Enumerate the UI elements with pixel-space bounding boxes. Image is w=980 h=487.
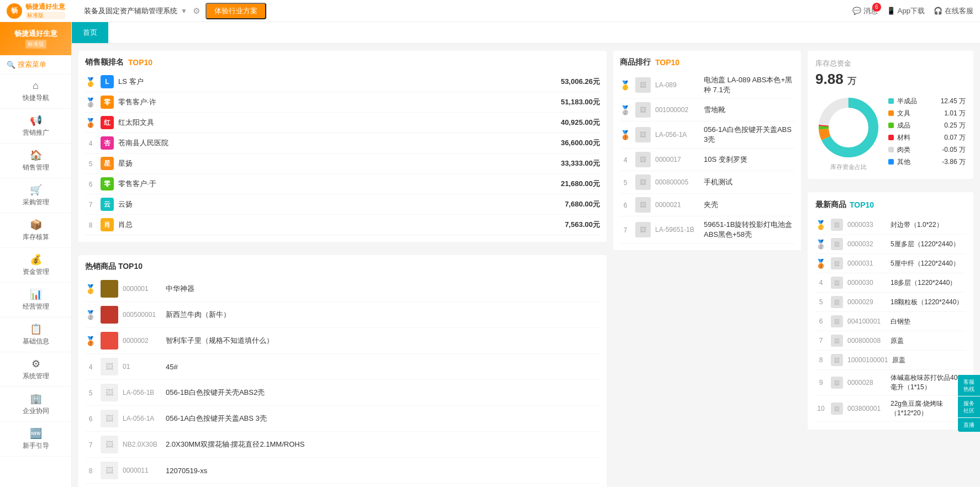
product-code: NB2.0X30B (123, 441, 161, 448)
product-name: 056-1A白色按键开关盖ABS 3壳 (704, 125, 794, 145)
product-rank-medal: 7 (85, 441, 96, 449)
product-rank-row: 🥈 🖼 001000002 雪地靴 (620, 99, 794, 121)
live-button[interactable]: 直播 (958, 418, 980, 432)
rank-amount: 53,006.26元 (561, 77, 600, 87)
sidebar-item-label: 营销推广 (23, 128, 49, 137)
legend-name-stationery: 文具 (897, 109, 941, 118)
sidebar-item-label: 新手引导 (23, 441, 49, 451)
inventory-unit: 万 (847, 76, 856, 86)
new-rank-num: 🥇 (815, 220, 826, 230)
newest-product-row: 5 🖼 0000029 18颗粒板（1220*2440） (815, 293, 966, 312)
sidebar-item-guide[interactable]: 🆕 新手引导 (0, 422, 71, 457)
new-product-thumb: 🖼 (831, 377, 843, 389)
hot-product-row: 🥈 000500001 新西兰牛肉（新牛） (85, 302, 600, 328)
sidebar-item-sales[interactable]: 🏠 销售管理 (0, 144, 71, 178)
new-product-name: 18颗粒板（1220*2440） (891, 298, 966, 307)
product-thumb-small: 🖼 (635, 222, 651, 237)
product-rank-row: 4 🖼 0000017 10S 变刹罗煲 (620, 149, 794, 171)
sidebar-item-purchase[interactable]: 🛒 采购管理 (0, 178, 71, 213)
nav-tabs: 首页 (72, 22, 980, 44)
newest-product-row: 8 🖼 10000100001 原盖 (815, 351, 966, 370)
search-menu[interactable]: 🔍 搜索菜单 (0, 55, 71, 75)
rank-amount: 21,680.00元 (561, 179, 600, 189)
legend-name-other: 其他 (897, 157, 939, 167)
trial-button[interactable]: 体验行业方案 (206, 3, 266, 19)
logo-area: 畅 畅捷通好生意 标准版 (7, 2, 78, 19)
legend-item: 材料 0.07 万 (888, 133, 966, 142)
main-content: 销售额排名 TOP10 🥇 L LS 客户 53,006.26元 🥈 零 零售客… (72, 44, 980, 487)
new-product-name: 原盖 (891, 336, 966, 346)
product-code: 0000001 (123, 285, 161, 293)
hot-product-row: 9 🖼 KK-SD22110H 花语萌恒温分腿睡袋（厚款） (85, 484, 600, 487)
sidebar-item-inventory[interactable]: 📦 库存核算 (0, 213, 71, 248)
sidebar-item-finance[interactable]: 💰 资金管理 (0, 248, 71, 283)
newest-product-row: 10 🖼 003800001 22g鱼豆腐·烧烤味（1*12*20） (815, 396, 966, 422)
product-name: 59651-1B旋转投影灯电池盒ABS黑色+58壳 (704, 220, 794, 240)
legend-item: 其他 -3.86 万 (888, 157, 966, 167)
chevron-down-icon[interactable]: ▼ (181, 7, 187, 15)
sidebar-item-basic[interactable]: 📋 基础信息 (0, 317, 71, 352)
customer-hotline-button[interactable]: 客服热线 (958, 375, 980, 396)
legend-name-semifinished: 半成品 (897, 97, 937, 106)
newest-products-title: 最新商品 TOP10 (815, 200, 966, 210)
sidebar-item-marketing[interactable]: 📢 营销推广 (0, 109, 71, 144)
gear-icon[interactable]: ⚙ (193, 6, 200, 16)
hot-product-row: 8 🖼 0000011 12070519-xs (85, 458, 600, 484)
rank-avatar: 云 (101, 198, 114, 211)
newest-product-row: 🥈 🖼 0000032 5厘多层（1220*2440） (815, 235, 966, 254)
sidebar-item-label: 系统管理 (23, 372, 49, 381)
float-service: 客服热线 服务社区 直播 (958, 375, 980, 432)
rank-medal: 6 (85, 180, 96, 188)
new-product-thumb: 🖼 (831, 335, 843, 347)
product-code: LA-59651-1B (655, 226, 699, 234)
search-icon: 🔍 (7, 61, 15, 69)
legend-dot-material (888, 135, 894, 140)
product-rank-medal: 6 (620, 201, 631, 209)
product-image (101, 332, 118, 350)
newest-product-row: 7 🖼 000800008 原盖 (815, 331, 966, 351)
inventory-amount: 9.88 (815, 71, 844, 87)
app-download-button[interactable]: 📱 App下载 (887, 6, 925, 16)
tab-home[interactable]: 首页 (72, 22, 108, 43)
sales-rank-row: 7 云 云扬 7,680.00元 (85, 194, 600, 215)
online-service-button[interactable]: 🎧 在线客服 (934, 6, 973, 16)
newest-product-row: 6 🖼 004100001 白钢垫 (815, 312, 966, 331)
legend-val-other: -3.86 万 (942, 157, 966, 167)
newest-products-rows: 🥇 🖼 0000033 封边带（1.0*22） 🥈 🖼 0000032 5厘多层… (815, 215, 966, 422)
hot-product-row: 4 🖼 01 45# (85, 354, 600, 380)
new-rank-num: 8 (815, 356, 826, 364)
legend-item: 半成品 12.45 万 (888, 97, 966, 106)
product-code: 0000002 (123, 337, 161, 345)
sidebar-item-label: 基础信息 (23, 337, 49, 346)
newest-product-row: 🥇 🖼 0000033 封边带（1.0*22） (815, 215, 966, 235)
rank-medal: 🥉 (85, 118, 96, 128)
sidebar-item-quick-nav[interactable]: ⌂ 快捷导航 (0, 75, 71, 109)
product-name: 10S 变刹罗煲 (704, 155, 794, 165)
product-code: LA-056-1B (123, 389, 161, 396)
legend-name-finished: 成品 (897, 121, 941, 130)
newest-top10: TOP10 (850, 200, 874, 209)
sidebar-item-system[interactable]: ⚙ 系统管理 (0, 352, 71, 387)
product-name: 2.0X30MM双摆花轴·摆花直径2.1MM/ROHS (166, 440, 600, 449)
service-community-button[interactable]: 服务社区 (958, 396, 980, 417)
messages-button[interactable]: 💬 消息 6 (852, 6, 878, 16)
product-code: 01 (123, 363, 161, 370)
inventory-icon: 📦 (30, 219, 42, 231)
sidebar-item-enterprise[interactable]: 🏢 企业协同 (0, 387, 71, 422)
rank-avatar: 零 (101, 177, 114, 190)
newest-product-row: 9 🖼 0000028 体碱嘉枚味苏打饮品400毫升（1*15） (815, 370, 966, 396)
sales-ranking-label: 销售额排名 (85, 57, 124, 67)
system-selector[interactable]: 装备及固定资产辅助管理系统 ▼ ⚙ (84, 6, 200, 16)
headset-icon: 🎧 (934, 7, 942, 15)
sidebar-item-operation[interactable]: 📊 经营管理 (0, 283, 71, 317)
rank-name: 肖总 (118, 220, 560, 230)
legend-val-meat: -0.05 万 (942, 145, 966, 155)
legend-name-meat: 肉类 (897, 145, 939, 155)
product-image (101, 280, 118, 298)
new-product-code: 0000029 (847, 298, 886, 306)
donut-chart (815, 94, 882, 161)
sales-ranking-panel: 销售额排名 TOP10 🥇 L LS 客户 53,006.26元 🥈 零 零售客… (78, 51, 607, 242)
product-ranking-badge: TOP10 (655, 58, 679, 67)
product-rank-medal: 6 (85, 415, 96, 423)
hot-products-title: 热销商品 TOP10 (85, 262, 600, 272)
